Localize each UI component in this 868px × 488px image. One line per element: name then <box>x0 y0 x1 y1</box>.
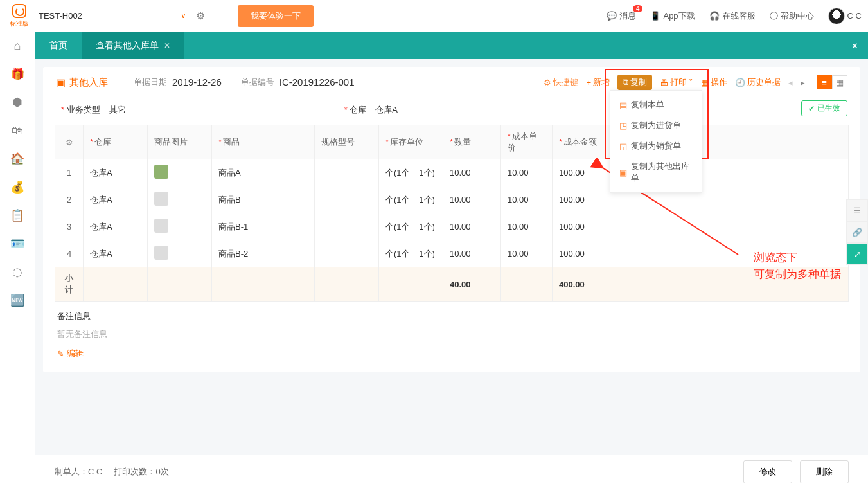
modify-button[interactable]: 修改 <box>743 460 792 483</box>
shortcut-button[interactable]: ⚙快捷键 <box>544 77 578 88</box>
row-image <box>148 159 212 186</box>
row-amount: 100.00 <box>553 159 610 186</box>
tab-close-icon[interactable]: ✕ <box>164 41 170 50</box>
creator-value: C C <box>88 467 102 476</box>
document-card: ▣ 其他入库 单据日期 2019-12-26 单据编号 IC-20191226-… <box>43 67 860 372</box>
tool-link-icon[interactable]: 🔗 <box>846 221 868 243</box>
nav-clipboard-icon[interactable]: 📋 <box>10 208 24 222</box>
view-toggle: ≡ ▦ <box>817 75 847 89</box>
message-icon: 💬 <box>607 11 617 21</box>
add-button[interactable]: +新增 <box>586 77 610 88</box>
col-qty: 数量 <box>454 137 471 147</box>
product-image-icon <box>154 246 168 260</box>
avatar-icon <box>828 8 845 24</box>
shortcut-label: 快捷键 <box>553 77 578 88</box>
dropdown-copy-this[interactable]: ▤复制本单 <box>610 95 702 115</box>
subtotal-label: 小计 <box>55 267 84 302</box>
row-qty: 10.00 <box>443 186 501 213</box>
items-table: ⚙ *仓库 商品图片 *商品 规格型号 *库存单位 *数量 *成本单价 *成本金… <box>55 125 849 302</box>
dropdown-copy-other-out[interactable]: ▣复制为其他出库单 <box>610 156 702 188</box>
row-qty: 10.00 <box>443 240 501 267</box>
dropdown-copy-purchase[interactable]: ◳复制为进货单 <box>610 115 702 136</box>
user-menu[interactable]: C C <box>828 8 862 24</box>
copy-label: 复制 <box>630 77 647 88</box>
tool-note-icon[interactable]: ☰ <box>846 199 868 221</box>
right-tool-panel: ☰ 🔗 ⤢ <box>846 199 868 265</box>
help-center-link[interactable]: ⓘ 帮助中心 <box>770 10 814 22</box>
close-all-tabs[interactable]: ✕ <box>841 32 868 59</box>
grid-view-icon[interactable]: ▦ <box>832 75 847 89</box>
add-label: 新增 <box>593 77 610 88</box>
logo-icon <box>12 4 26 18</box>
top-right-nav: 💬 消息 4 📱 App下载 🎧 在线客服 ⓘ 帮助中心 C C <box>607 8 862 24</box>
list-view-icon[interactable]: ≡ <box>817 75 832 89</box>
doc-number-label: 单据编号 <box>241 77 274 88</box>
box-icon: ◳ <box>619 121 627 131</box>
prev-icon[interactable]: ◂ <box>788 78 793 87</box>
gear-icon[interactable]: ⚙ <box>66 138 73 147</box>
nav-bag-icon[interactable]: 🛍 <box>10 123 24 138</box>
nav-gift-icon[interactable]: 🎁 <box>10 67 24 81</box>
next-icon[interactable]: ▸ <box>801 78 805 87</box>
row-product: 商品B-2 <box>212 240 315 267</box>
grid-icon: ▦ <box>701 78 709 87</box>
subtotal-qty: 40.00 <box>443 267 501 302</box>
row-unit: 个(1个 = 1个) <box>379 186 443 213</box>
row-spec <box>315 159 379 186</box>
history-icon: 🕘 <box>735 78 745 87</box>
annotation-text: 浏览态下 可复制为多种单据 <box>754 249 841 282</box>
col-product: 商品 <box>223 137 240 147</box>
row-image <box>148 186 212 213</box>
dropdown-copy-sales[interactable]: ◲复制为销货单 <box>610 136 702 156</box>
sidebar: ⌂ 🎁 ⬢ 🛍 🏠 💰 📋 🪪 ◌ 🆕 <box>0 32 35 488</box>
row-amount: 100.00 <box>553 213 610 240</box>
online-service-link[interactable]: 🎧 在线客服 <box>709 10 756 22</box>
app-download-link[interactable]: 📱 App下载 <box>650 10 695 22</box>
inbound-icon: ▣ <box>56 77 66 89</box>
headset-icon: 🎧 <box>709 11 720 21</box>
remarks-title: 备注信息 <box>57 311 846 322</box>
table-row[interactable]: 4仓库A商品B-2个(1个 = 1个)10.0010.00100.00 <box>55 240 849 267</box>
tab-home[interactable]: 首页 <box>35 32 82 59</box>
row-qty: 10.00 <box>443 159 501 186</box>
ops-label: 操作 <box>711 77 727 88</box>
edit-remarks-link[interactable]: ✎ 编辑 <box>57 348 846 359</box>
row-image <box>148 240 212 267</box>
delete-button[interactable]: 删除 <box>800 460 849 483</box>
dd-copy-this-label: 复制本单 <box>631 99 664 111</box>
org-selector[interactable]: TEST-H002 ∨ <box>39 8 186 24</box>
row-price: 10.00 <box>501 240 553 267</box>
table-row[interactable]: 2仓库A商品B个(1个 = 1个)10.0010.00100.00 <box>55 186 849 213</box>
nav-id-icon[interactable]: 🪪 <box>10 237 24 251</box>
ops-button[interactable]: ▦操作 <box>701 77 727 88</box>
dd-copy-sales-label: 复制为销货单 <box>631 140 681 152</box>
history-button[interactable]: 🕘历史单据 <box>735 77 781 88</box>
row-qty: 10.00 <box>443 213 501 240</box>
print-button[interactable]: 🖶打印 ˅ <box>660 77 693 88</box>
nav-refresh-icon[interactable]: ◌ <box>10 265 24 279</box>
print-label: 打印 <box>670 77 687 88</box>
table-row[interactable]: 1仓库A商品A个(1个 = 1个)10.0010.00100.00 <box>55 159 849 186</box>
nav-warehouse-icon[interactable]: ⬢ <box>10 95 24 109</box>
cart-icon: ◲ <box>619 141 627 151</box>
tab-current[interactable]: 查看其他入库单 ✕ <box>82 32 184 59</box>
biz-type-value: 其它 <box>109 104 126 116</box>
product-image-icon <box>154 165 168 179</box>
row-price: 10.00 <box>501 213 553 240</box>
card-title-text: 其他入库 <box>69 77 108 89</box>
logo-text: 标准版 <box>10 19 29 28</box>
settings-icon[interactable]: ⚙ <box>196 10 205 22</box>
nav-new-icon[interactable]: 🆕 <box>10 293 24 307</box>
copy-button[interactable]: ⧉复制 <box>617 75 652 90</box>
try-button[interactable]: 我要体验一下 <box>238 5 314 27</box>
table-row[interactable]: 3仓库A商品B-1个(1个 = 1个)10.0010.00100.00 <box>55 213 849 240</box>
nav-house-icon[interactable]: 🏠 <box>10 152 24 166</box>
tool-expand-icon[interactable]: ⤢ <box>846 243 868 265</box>
subtotal-row: 小计40.00400.00 <box>55 267 849 302</box>
messages-link[interactable]: 💬 消息 4 <box>607 10 636 22</box>
nav-home-icon[interactable]: ⌂ <box>10 39 24 53</box>
row-spec <box>315 240 379 267</box>
nav-money-icon[interactable]: 💰 <box>10 180 24 194</box>
org-selector-value: TEST-H002 <box>39 11 82 21</box>
col-price: 成本单价 <box>508 131 537 152</box>
